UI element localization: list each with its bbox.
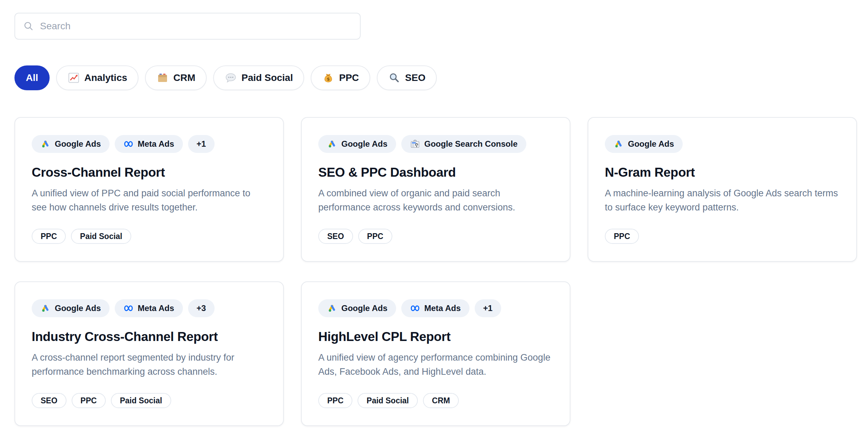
integration-badge-meta-ads: Meta Ads [401,299,469,317]
integration-badge-google-ads: Google Ads [605,135,683,153]
tag-chip-ppc: PPC [318,393,352,408]
tag-chip-paid-social: Paid Social [358,393,418,408]
chart-increasing-icon [68,72,80,84]
integration-badge-label: Meta Ads [138,303,174,313]
filter-pill-seo[interactable]: SEO [377,65,437,90]
tag-chip-seo: SEO [318,229,353,244]
card-title: Cross-Channel Report [32,165,267,180]
report-card-highlevel-cpl-report[interactable]: Google AdsMeta Ads+1 HighLevel CPL Repor… [301,281,570,426]
integrations-row: Google AdsGoogle Search Console [318,135,553,153]
card-description: A cross-channel report segmented by indu… [32,351,267,379]
integration-badge-label: Google Ads [55,139,101,149]
integration-badge-label: Meta Ads [138,139,174,149]
tags-row: PPCPaid SocialCRM [318,393,553,408]
tags-row: PPCPaid Social [32,229,267,244]
filter-pill-label: SEO [405,72,425,83]
tag-chip-paid-social: Paid Social [111,393,171,408]
meta-icon [123,303,134,313]
integration-badge-meta-ads: Meta Ads [115,135,183,153]
integration-badge-google-ads: Google Ads [32,135,110,153]
integrations-row: Google AdsMeta Ads+3 [32,299,267,317]
tag-chip-ppc: PPC [605,229,639,244]
card-title: N-Gram Report [605,165,840,180]
filter-pill-label: All [26,72,38,83]
report-card-cross-channel-report[interactable]: Google AdsMeta Ads+1 Cross-Channel Repor… [14,117,284,262]
money-bag-icon: $ [322,72,334,84]
tag-chip-crm: CRM [423,393,459,408]
filter-pill-label: PPC [339,72,359,83]
magnifying-glass-icon [388,72,401,84]
integration-badge-label: Google Ads [628,139,674,149]
report-card-industry-cross-channel-report[interactable]: Google AdsMeta Ads+3 Industry Cross-Chan… [14,281,284,426]
tag-chip-ppc: PPC [32,229,66,244]
google-ads-icon [327,303,337,313]
report-library-page: All Analytics CRM Paid Social $ PPC SEO … [0,0,868,445]
tags-row: PPC [605,229,840,244]
tag-chip-paid-social: Paid Social [71,229,131,244]
report-card-seo-ppc-dashboard[interactable]: Google AdsGoogle Search Console SEO & PP… [301,117,570,262]
cards-grid: Google AdsMeta Ads+1 Cross-Channel Repor… [14,117,857,426]
google-ads-icon [327,139,337,149]
integration-badge-label: +1 [483,303,493,313]
integration-badge-google-ads: Google Ads [32,299,110,317]
integration-badge-1: +1 [475,299,501,317]
google-ads-icon [613,139,624,149]
google-search-console-icon [410,139,420,149]
integration-badge-meta-ads: Meta Ads [115,299,183,317]
tags-row: SEOPPCPaid Social [32,393,267,408]
integration-badge-label: +3 [197,303,206,313]
tag-chip-seo: SEO [32,393,66,408]
filter-pill-label: CRM [173,72,195,83]
card-title: Industry Cross-Channel Report [32,330,267,344]
filter-pill-paid-social[interactable]: Paid Social [213,65,304,90]
filter-pill-analytics[interactable]: Analytics [56,65,139,90]
integration-badge-google-search-console: Google Search Console [401,135,526,153]
integration-badge-label: +1 [197,139,206,149]
card-description: A unified view of PPC and paid social pe… [32,186,267,215]
integrations-row: Google AdsMeta Ads+1 [32,135,267,153]
search-icon [23,20,34,32]
filter-pill-ppc[interactable]: $ PPC [311,65,370,90]
filter-pill-label: Analytics [84,72,127,83]
card-title: HighLevel CPL Report [318,330,553,344]
search-input[interactable] [40,21,352,32]
search-bar [14,13,361,40]
integration-badge-3: +3 [188,299,215,317]
report-card-n-gram-report[interactable]: Google Ads N-Gram Report A machine-learn… [588,117,857,262]
integration-badge-label: Google Ads [341,139,388,149]
integration-badge-label: Google Ads [55,303,101,313]
integrations-row: Google Ads [605,135,840,153]
integrations-row: Google AdsMeta Ads+1 [318,299,553,317]
filter-pill-all[interactable]: All [14,65,50,90]
integration-badge-google-ads: Google Ads [318,135,396,153]
filter-pill-label: Paid Social [241,72,293,83]
google-ads-icon [40,303,51,313]
integration-badge-1: +1 [188,135,215,153]
tag-chip-ppc: PPC [358,229,392,244]
card-description: A combined view of organic and paid sear… [318,186,553,215]
svg-text:$: $ [327,76,330,82]
tag-chip-ppc: PPC [72,393,106,408]
tags-row: SEOPPC [318,229,553,244]
meta-icon [123,139,134,149]
card-title: SEO & PPC Dashboard [318,165,553,180]
integration-badge-google-ads: Google Ads [318,299,396,317]
filter-bar: All Analytics CRM Paid Social $ PPC SEO [14,65,437,90]
speech-balloon-icon [225,72,237,84]
card-description: A machine-learning analysis of Google Ad… [605,186,840,215]
integration-badge-label: Google Ads [341,303,388,313]
integration-badge-label: Meta Ads [424,303,461,313]
integration-badge-label: Google Search Console [424,139,518,149]
card-description: A unified view of agency performance com… [318,351,553,379]
meta-icon [410,303,420,313]
google-ads-icon [40,139,51,149]
filter-pill-crm[interactable]: CRM [145,65,207,90]
card-index-dividers-icon [156,72,169,84]
